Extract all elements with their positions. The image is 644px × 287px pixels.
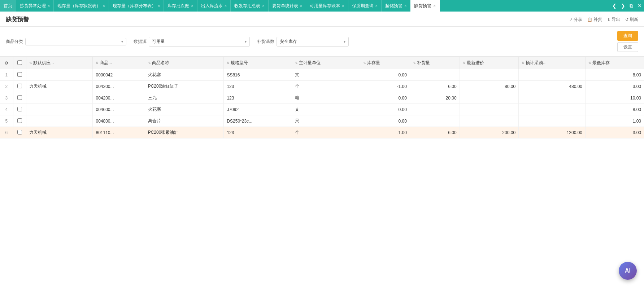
cell-index: 5	[0, 115, 13, 127]
tab-stock-status-close[interactable]: ×	[103, 4, 105, 8]
cell-name: 三九	[145, 92, 224, 104]
sort-minstock-icon: ⇅	[588, 61, 591, 65]
cell-stock: -1.00	[360, 127, 410, 138]
tab-close-window-btn[interactable]: ✕	[635, 0, 644, 12]
cell-restock: 6.00	[410, 81, 460, 92]
restock-base-chevron-icon: ▾	[344, 40, 345, 44]
refresh-icon: ↺	[625, 17, 628, 22]
row-checkbox[interactable]	[17, 84, 22, 88]
export-button[interactable]: ⬇ 导出	[607, 17, 620, 23]
tab-stock-status[interactable]: 现存量（库存状况表） ×	[54, 0, 109, 12]
cell-checkbox	[13, 115, 26, 127]
th-spec[interactable]: ⇅ 规格型号	[224, 57, 292, 69]
tab-recv-summary-close[interactable]: ×	[262, 4, 264, 8]
tab-abnormal-close[interactable]: ×	[48, 4, 50, 8]
restock-base-select[interactable]: 安全库存 ▾	[277, 37, 349, 47]
restock-base-label: 补货基数	[257, 39, 274, 45]
tab-stock-status-label: 现存量（库存状况表）	[57, 3, 101, 9]
tab-recv-summary[interactable]: 收发存汇总表 ×	[231, 0, 268, 12]
cell-latest-price	[460, 104, 518, 115]
category-select[interactable]: ▾	[25, 38, 126, 45]
cell-stock: 0.00	[360, 69, 410, 81]
category-label: 商品分类	[6, 39, 23, 45]
tab-restore-btn[interactable]: ⧉	[627, 0, 635, 12]
tab-shortage[interactable]: 缺货预警 ×	[410, 0, 439, 12]
ai-badge[interactable]: Ai	[619, 262, 637, 280]
th-restock[interactable]: ⇅ 补货量	[410, 57, 460, 69]
cell-latest-price	[460, 69, 518, 81]
restock-icon: 📋	[587, 17, 592, 22]
cell-spec: J7092	[224, 104, 292, 115]
row-checkbox[interactable]	[17, 95, 22, 100]
refresh-button[interactable]: ↺ 刷新	[625, 17, 638, 23]
row-checkbox[interactable]	[17, 72, 22, 77]
th-supplier[interactable]: ⇅ 默认供应...	[26, 57, 93, 69]
cell-restock	[410, 104, 460, 115]
cell-spec: DS250*23c...	[224, 115, 292, 127]
tab-abnormal-label: 拣货异常处理	[20, 3, 46, 9]
row-checkbox[interactable]	[17, 118, 22, 123]
row-checkbox[interactable]	[17, 107, 22, 111]
th-stock[interactable]: ⇅ 库存量	[360, 57, 410, 69]
cell-min-stock: 8.00	[586, 104, 644, 115]
th-latest-price[interactable]: ⇅ 最新进价	[460, 57, 518, 69]
tab-avail-ledger[interactable]: 可用量库存账本 ×	[306, 0, 348, 12]
cell-stock: 0.00	[360, 92, 410, 104]
tab-abnormal[interactable]: 拣货异常处理 ×	[16, 0, 54, 12]
filter-actions: 查询 设置	[617, 31, 638, 52]
cell-code: 004600...	[93, 104, 145, 115]
tab-next-btn[interactable]: ❯	[619, 0, 627, 12]
restock-button[interactable]: 📋 补货	[587, 17, 602, 23]
th-unit[interactable]: ⇅ 主计量单位	[292, 57, 360, 69]
sort-price-icon: ⇅	[463, 61, 466, 65]
share-button[interactable]: ↗ 分享	[569, 17, 582, 23]
settings-button[interactable]: 设置	[617, 42, 638, 52]
tab-close-window-icon: ✕	[638, 3, 642, 9]
datasource-label: 数据源	[134, 39, 147, 45]
cell-checkbox	[13, 69, 26, 81]
sort-purchase-icon: ⇅	[522, 61, 525, 65]
cell-spec: SS816	[224, 69, 292, 81]
cell-latest-price: 200.00	[460, 127, 518, 138]
th-name[interactable]: ⇅ 商品名称	[145, 57, 224, 69]
cell-restock	[410, 69, 460, 81]
cell-min-stock: 3.00	[586, 127, 644, 138]
tab-stock-dist[interactable]: 现存量（库存分布表） ×	[109, 0, 164, 12]
tab-inout-flow-close[interactable]: ×	[225, 4, 227, 8]
datasource-select[interactable]: 可用量 ▾	[149, 37, 250, 47]
tab-nav-buttons: ❮ ❯ ⧉ ✕	[610, 0, 644, 12]
tab-prev-btn[interactable]: ❮	[610, 0, 619, 12]
table-body: 10000042火花塞SS816支0.008.002力天机械004200...P…	[0, 69, 644, 138]
sort-unit-icon: ⇅	[295, 61, 298, 65]
select-all-checkbox[interactable]	[17, 60, 22, 65]
tab-stock-dist-close[interactable]: ×	[158, 4, 160, 8]
th-gear[interactable]: ⚙	[0, 57, 13, 69]
query-button[interactable]: 查询	[617, 31, 638, 41]
cell-unit: 个	[292, 127, 360, 138]
tab-overstock[interactable]: 超储预警 ×	[382, 0, 410, 12]
cell-spec: 123	[224, 127, 292, 138]
tab-expiry-close[interactable]: ×	[375, 4, 378, 8]
tab-expiry[interactable]: 保质期查询 ×	[348, 0, 382, 12]
tab-avail-ledger-close[interactable]: ×	[342, 4, 344, 8]
refresh-label: 刷新	[630, 17, 638, 23]
row-checkbox[interactable]	[17, 130, 22, 134]
cell-est-purchase	[519, 115, 586, 127]
tab-req-stats[interactable]: 要货单统计表 ×	[269, 0, 306, 12]
tab-home[interactable]: 首页	[0, 0, 16, 12]
tab-batch-account-close[interactable]: ×	[191, 4, 193, 8]
th-checkbox[interactable]	[13, 57, 26, 69]
th-est-purchase[interactable]: ⇅ 预计采购...	[519, 57, 586, 69]
tab-req-stats-close[interactable]: ×	[300, 4, 302, 8]
cell-supplier: 力天机械	[26, 127, 93, 138]
cell-est-purchase: 480.00	[519, 81, 586, 92]
sort-stock-icon: ⇅	[363, 61, 366, 65]
tab-inout-flow[interactable]: 出入库流水 ×	[197, 0, 231, 12]
tab-expiry-label: 保质期查询	[352, 3, 374, 9]
cell-name: 火花塞	[145, 69, 224, 81]
tab-batch-account[interactable]: 库存批次账 ×	[164, 0, 197, 12]
th-code[interactable]: ⇅ 商品...	[93, 57, 145, 69]
tab-shortage-close[interactable]: ×	[433, 4, 435, 8]
tab-overstock-close[interactable]: ×	[404, 4, 406, 8]
th-min-stock[interactable]: ⇅ 最低库存	[586, 57, 644, 69]
